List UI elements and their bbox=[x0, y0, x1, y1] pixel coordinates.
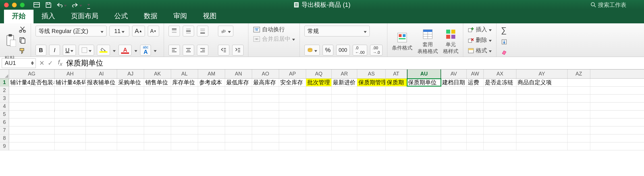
align-bottom-button[interactable] bbox=[197, 26, 208, 36]
cell-AU1[interactable]: 保质期单位 bbox=[407, 79, 441, 86]
cell-AL2[interactable] bbox=[171, 87, 198, 94]
cell-AW8[interactable] bbox=[467, 134, 484, 142]
cell-AJ1[interactable]: 采购单位 bbox=[117, 79, 144, 86]
cell-AG9[interactable] bbox=[9, 142, 55, 150]
cell-AL8[interactable] bbox=[171, 134, 198, 142]
column-header-AR[interactable]: AR bbox=[332, 69, 357, 78]
cell-AG2[interactable] bbox=[9, 87, 55, 94]
cell-AU7[interactable] bbox=[407, 126, 441, 134]
cell-AJ4[interactable] bbox=[117, 103, 144, 110]
column-header-AZ[interactable]: AZ bbox=[568, 69, 590, 78]
cell-AU8[interactable] bbox=[407, 134, 441, 142]
bold-button[interactable]: B bbox=[36, 45, 46, 56]
cell-AO4[interactable] bbox=[252, 103, 279, 110]
cell-AW5[interactable] bbox=[467, 110, 484, 118]
cell-AL5[interactable] bbox=[171, 110, 198, 118]
cell-AQ4[interactable] bbox=[306, 103, 332, 110]
align-top-button[interactable] bbox=[169, 26, 180, 36]
cell-AY8[interactable] bbox=[516, 134, 568, 142]
column-header-AU[interactable]: AU bbox=[407, 69, 441, 78]
delete-cells-button[interactable]: 删除 bbox=[468, 36, 492, 44]
paste-button[interactable] bbox=[5, 34, 16, 47]
name-box[interactable]: AU1 bbox=[2, 58, 36, 68]
align-left-button[interactable] bbox=[169, 45, 180, 56]
align-middle-button[interactable] bbox=[183, 26, 194, 36]
cell-AJ6[interactable] bbox=[117, 118, 144, 126]
cell-AZ7[interactable] bbox=[568, 126, 590, 134]
font-size-combo[interactable]: 11 bbox=[109, 26, 129, 36]
save-icon[interactable] bbox=[45, 2, 51, 8]
cell-AJ5[interactable] bbox=[117, 110, 144, 118]
cell-AK1[interactable]: 销售单位 bbox=[144, 79, 171, 86]
cell-AO5[interactable] bbox=[252, 110, 279, 118]
home-icon[interactable] bbox=[33, 2, 40, 8]
cell-AT8[interactable] bbox=[386, 134, 407, 142]
cell-AR2[interactable] bbox=[332, 87, 357, 94]
cell-AS4[interactable] bbox=[357, 103, 386, 110]
cell-AZ4[interactable] bbox=[568, 103, 590, 110]
column-header-AT[interactable]: AT bbox=[386, 69, 407, 78]
qat-customize-icon[interactable] bbox=[87, 1, 90, 9]
row-header-1[interactable]: 1 bbox=[0, 79, 9, 86]
cell-AI3[interactable] bbox=[86, 95, 117, 102]
cell-AI4[interactable] bbox=[86, 103, 117, 110]
cell-AQ2[interactable] bbox=[306, 87, 332, 94]
cell-AR1[interactable]: 最新进价 bbox=[332, 79, 357, 86]
cell-AQ8[interactable] bbox=[306, 134, 332, 142]
cell-AM5[interactable] bbox=[198, 110, 225, 118]
cell-AW4[interactable] bbox=[467, 103, 484, 110]
cell-AX4[interactable] bbox=[484, 103, 516, 110]
cell-AV9[interactable] bbox=[441, 142, 467, 150]
cell-AZ3[interactable] bbox=[568, 95, 590, 102]
cell-AJ3[interactable] bbox=[117, 95, 144, 102]
cell-AP3[interactable] bbox=[279, 95, 306, 102]
column-header-AL[interactable]: AL bbox=[171, 69, 198, 78]
cell-AH9[interactable] bbox=[55, 142, 86, 150]
cell-AO2[interactable] bbox=[252, 87, 279, 94]
cell-AX1[interactable]: 是否走冻链 bbox=[484, 79, 516, 86]
cell-AT9[interactable] bbox=[386, 142, 407, 150]
cell-AY5[interactable] bbox=[516, 110, 568, 118]
cell-AS2[interactable] bbox=[357, 87, 386, 94]
cell-AX3[interactable] bbox=[484, 95, 516, 102]
formula-input[interactable] bbox=[66, 59, 644, 67]
cell-AN5[interactable] bbox=[225, 110, 252, 118]
cell-AH8[interactable] bbox=[55, 134, 86, 142]
cell-AK9[interactable] bbox=[144, 142, 171, 150]
format-cells-button[interactable]: 格式 bbox=[468, 47, 492, 54]
cell-AL3[interactable] bbox=[171, 95, 198, 102]
cell-AG5[interactable] bbox=[9, 110, 55, 118]
cell-AV6[interactable] bbox=[441, 118, 467, 126]
column-header-AN[interactable]: AN bbox=[225, 69, 252, 78]
cell-AZ6[interactable] bbox=[568, 118, 590, 126]
cell-AK6[interactable] bbox=[144, 118, 171, 126]
cell-AO3[interactable] bbox=[252, 95, 279, 102]
column-header-AY[interactable]: AY bbox=[516, 69, 568, 78]
column-header-AQ[interactable]: AQ bbox=[306, 69, 332, 78]
cell-AJ8[interactable] bbox=[117, 134, 144, 142]
cell-AR9[interactable] bbox=[332, 142, 357, 150]
close-window-button[interactable] bbox=[4, 3, 9, 7]
cell-AV2[interactable] bbox=[441, 87, 467, 94]
cell-AP1[interactable]: 安全库存 bbox=[279, 79, 306, 86]
cell-AQ6[interactable] bbox=[306, 118, 332, 126]
currency-button[interactable] bbox=[304, 45, 320, 56]
wrap-text-button[interactable]: 自动换行 bbox=[253, 26, 285, 33]
cell-AG3[interactable] bbox=[9, 95, 55, 102]
cell-AV5[interactable] bbox=[441, 110, 467, 118]
cell-AU3[interactable] bbox=[407, 95, 441, 102]
tab-视图[interactable]: 视图 bbox=[195, 9, 225, 23]
cell-AZ9[interactable] bbox=[568, 142, 590, 150]
redo-icon[interactable] bbox=[72, 2, 82, 8]
cell-AS7[interactable] bbox=[357, 126, 386, 134]
autosum-button[interactable]: ∑ bbox=[501, 26, 507, 35]
row-header-2[interactable]: 2 bbox=[0, 87, 9, 94]
cell-AP5[interactable] bbox=[279, 110, 306, 118]
cell-AK5[interactable] bbox=[144, 110, 171, 118]
cell-AV8[interactable] bbox=[441, 134, 467, 142]
cell-AY2[interactable] bbox=[516, 87, 568, 94]
chevron-down-icon[interactable] bbox=[79, 2, 82, 8]
cell-AM9[interactable] bbox=[198, 142, 225, 150]
cell-AT4[interactable] bbox=[386, 103, 407, 110]
minimize-window-button[interactable] bbox=[12, 3, 17, 7]
